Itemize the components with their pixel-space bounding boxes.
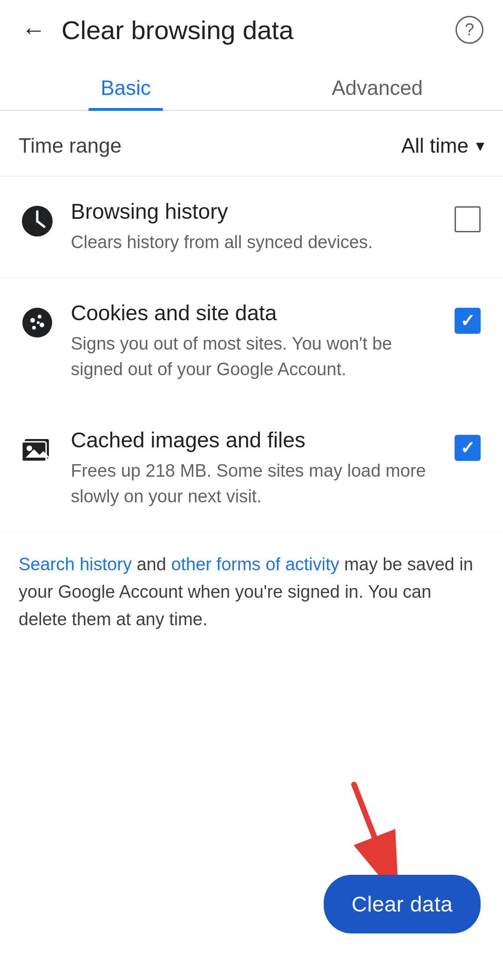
- time-range-dropdown[interactable]: All time ▾: [401, 134, 484, 157]
- cookies-site-data-content: Cookies and site data Signs you out of m…: [71, 300, 436, 382]
- checkmark-icon-2: ✓: [460, 439, 475, 457]
- clear-data-button[interactable]: Clear data: [324, 875, 481, 933]
- cached-images-desc: Frees up 218 MB. Some sites may load mor…: [71, 458, 436, 509]
- option-cookies-site-data: Cookies and site data Signs you out of m…: [0, 278, 503, 405]
- help-button[interactable]: ?: [453, 13, 486, 47]
- checkbox-unchecked-icon: [455, 206, 481, 232]
- cookie-icon: [19, 304, 56, 341]
- svg-point-5: [30, 318, 35, 323]
- header: ← Clear browsing data ?: [0, 0, 503, 56]
- tab-advanced[interactable]: Advanced: [252, 63, 503, 110]
- browsing-history-desc: Clears history from all synced devices.: [71, 230, 436, 255]
- chevron-down-icon: ▾: [476, 136, 484, 155]
- footer-note: Search history and other forms of activi…: [0, 532, 503, 661]
- cached-images-checkbox[interactable]: ✓: [451, 431, 484, 465]
- cached-images-title: Cached images and files: [71, 427, 436, 453]
- cookies-site-data-title: Cookies and site data: [71, 300, 436, 325]
- time-range-value: All time: [401, 134, 469, 157]
- checkbox-checked-icon-2: ✓: [455, 435, 481, 461]
- cached-images-content: Cached images and files Frees up 218 MB.…: [71, 427, 436, 509]
- checkbox-checked-icon: ✓: [455, 308, 481, 334]
- browsing-history-title: Browsing history: [71, 199, 436, 224]
- svg-point-7: [40, 323, 44, 327]
- browsing-history-content: Browsing history Clears history from all…: [71, 199, 436, 255]
- option-cached-images: Cached images and files Frees up 218 MB.…: [0, 405, 503, 532]
- clear-data-button-container: Clear data: [324, 875, 481, 933]
- back-arrow-icon: ←: [21, 18, 46, 42]
- search-history-link[interactable]: Search history: [19, 554, 132, 574]
- svg-point-8: [32, 326, 36, 330]
- time-range-label: Time range: [19, 134, 122, 157]
- footer-and-text: and: [136, 554, 171, 574]
- svg-line-15: [354, 784, 387, 868]
- tabs-container: Basic Advanced: [0, 63, 503, 111]
- option-browsing-history: Browsing history Clears history from all…: [0, 176, 503, 278]
- checkmark-icon: ✓: [460, 312, 475, 330]
- svg-point-9: [37, 321, 40, 324]
- images-icon: [19, 431, 56, 468]
- cookies-site-data-checkbox[interactable]: ✓: [451, 304, 484, 338]
- svg-point-12: [27, 446, 32, 451]
- browsing-history-checkbox[interactable]: [451, 203, 484, 236]
- back-button[interactable]: ←: [17, 13, 50, 47]
- svg-point-6: [38, 315, 41, 318]
- page-title: Clear browsing data: [50, 15, 453, 45]
- time-range-row: Time range All time ▾: [0, 111, 503, 176]
- other-activity-link[interactable]: other forms of activity: [171, 554, 339, 574]
- cookies-site-data-desc: Signs you out of most sites. You won't b…: [71, 331, 436, 382]
- arrow-annotation: [317, 775, 410, 887]
- clock-icon: [19, 203, 56, 240]
- tab-basic[interactable]: Basic: [0, 63, 252, 110]
- help-circle-icon: ?: [455, 16, 483, 44]
